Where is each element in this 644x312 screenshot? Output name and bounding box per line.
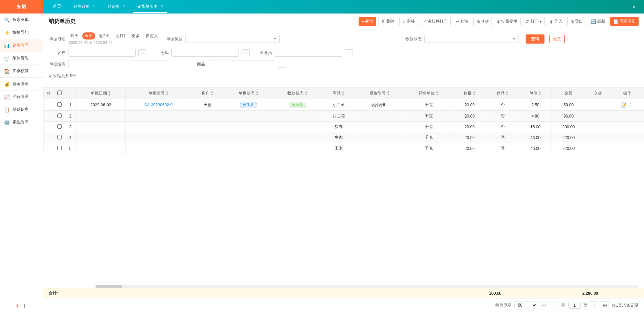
warehouse-input[interactable] (171, 49, 239, 57)
export-button[interactable]: ◎ 导出 (567, 17, 586, 26)
doc-no-link[interactable]: SA-20230602-0 (144, 103, 173, 107)
docno-input[interactable] (68, 60, 169, 68)
per-page-select[interactable]: 50 100 200 (514, 302, 537, 309)
sidebar-item-operation-mgmt[interactable]: 📈 经营管理 (0, 90, 43, 103)
sidebar-item-basic-info[interactable]: 📋 基础信息 (0, 103, 43, 116)
date-pill-today[interactable]: 今天 (82, 32, 95, 40)
window-close-btn[interactable]: ✕ (629, 4, 639, 9)
export-icon: ◎ (570, 19, 574, 24)
doc-status-col-header[interactable]: 单据状态 ▲▼ (224, 87, 273, 99)
review-print-button[interactable]: ✓ 审核并打印 (420, 17, 451, 26)
last-page-btn[interactable]: ⏭ (601, 301, 609, 309)
date-pill-custom[interactable]: 自定义 (143, 32, 160, 40)
scrollbar-thumb[interactable] (95, 285, 122, 288)
sidebar-item-finance-mgmt[interactable]: 💰 资金管理 (0, 78, 43, 90)
abandon-icon: ↩ (456, 19, 459, 24)
row-checkbox[interactable] (57, 135, 62, 139)
first-page-btn[interactable]: ⏮ (540, 301, 548, 309)
goods-ellipsis[interactable]: ... (278, 61, 286, 68)
goods-input[interactable] (208, 60, 275, 68)
more-icon[interactable]: ⋮ (628, 102, 633, 108)
salesperson-field: 业务员 ... (255, 49, 353, 57)
add-button[interactable]: + 新增 (359, 17, 376, 26)
sidebar-collapse-icon[interactable]: ⏸ (23, 303, 28, 309)
customer-input[interactable] (68, 49, 136, 57)
checkbox-cell[interactable] (54, 111, 65, 122)
gift-col-header[interactable]: 赠品 ▲▼ (486, 87, 519, 99)
row-checkbox[interactable] (57, 102, 62, 107)
sidebar-item-system-mgmt[interactable]: ⚙️ 系统管理 (0, 116, 43, 129)
docno-label: 单据编号 (49, 61, 65, 67)
pay-status-select[interactable] (424, 35, 519, 43)
salesperson-ellipsis[interactable]: ... (345, 49, 353, 56)
settings-button[interactable]: 设置 (549, 35, 565, 43)
tab-sales-history[interactable]: 销货单历史 × (133, 1, 167, 13)
unit-col-header[interactable]: 销售单位 ▲▼ (404, 87, 453, 99)
checkbox-cell[interactable] (54, 132, 65, 143)
tab-home[interactable]: 首页 (49, 1, 65, 13)
table-body: 1 2023-06-02 SA-20230602-0 王总 已生效 已收款 小白… (44, 99, 644, 154)
collapse-button[interactable]: ∧ 收起更多条件 (49, 72, 639, 80)
goods-col-header[interactable]: 商品 ▲▼ (322, 87, 355, 99)
goods-cell: 小白菜 (322, 99, 355, 111)
import-button[interactable]: ◎ 导入 (547, 17, 565, 26)
page-number-input[interactable]: 1 (568, 302, 581, 309)
checkbox-cell[interactable] (54, 99, 65, 111)
sidebar-item-search-menu[interactable]: 🔍 搜索菜单 (0, 14, 43, 26)
pay-status-col-header[interactable]: 收款状态 ▲▼ (273, 87, 322, 99)
gear-col-header[interactable]: ⚙ (44, 87, 54, 99)
batch-change-button[interactable]: ◎ 批量变更 (494, 17, 521, 26)
doc-type-select[interactable] (185, 35, 280, 43)
refresh-button[interactable]: 🔄 刷新 (588, 17, 608, 26)
tab-sales-goods[interactable]: 销货单 × (104, 1, 130, 13)
select-all-checkbox[interactable] (57, 90, 62, 95)
review-button[interactable]: ✓ 审核 (399, 17, 418, 26)
sidebar-expand-icon[interactable]: ☀ (15, 303, 20, 309)
delete-button[interactable]: 🗑 删除 (378, 17, 397, 26)
tab-sales-order[interactable]: 销售订单 × (69, 1, 100, 13)
print-button[interactable]: 🖨 打印 ▾ (523, 17, 545, 26)
goods-cell: 西兰花 (322, 111, 355, 122)
salesperson-input[interactable] (275, 49, 342, 57)
warehouse-ellipsis[interactable]: ... (242, 49, 250, 56)
show-detail-button[interactable]: 📄 显示明细 (610, 17, 639, 26)
qty-col-header[interactable]: 数量 ▲▼ (453, 87, 486, 99)
tab-sales-history-close[interactable]: × (161, 4, 163, 9)
doc-status-cell (224, 111, 273, 122)
tab-sales-goods-close[interactable]: × (123, 4, 125, 9)
sidebar-item-purchase-mgmt[interactable]: 🛒 采购管理 (0, 52, 43, 65)
checkbox-col-header[interactable] (54, 87, 65, 99)
date-pill-1month[interactable]: 近1月 (113, 32, 128, 40)
spec-col-header[interactable]: 规格型号 ▲▼ (355, 87, 404, 99)
checkbox-cell[interactable] (54, 122, 65, 132)
customer-ellipsis[interactable]: ... (138, 49, 146, 56)
sidebar-item-sales-mgmt[interactable]: 📊 销售管理 (0, 39, 43, 52)
customer-label: 客户 (49, 50, 65, 56)
customer-col-header[interactable]: 客户 ▲▼ (191, 87, 224, 99)
sidebar-item-quick-nav[interactable]: ⚡ 快捷导航 (0, 26, 43, 39)
sidebar-item-label: 基础信息 (12, 107, 29, 112)
prev-page-btn[interactable]: ‹ (551, 301, 559, 309)
doc-type-field: 单据类型 (166, 35, 399, 43)
doc-no-col-header[interactable]: 单据编号 ▲▼ (126, 87, 191, 99)
doc-date-col-header[interactable]: 单据日期 ▲▼ (76, 87, 126, 99)
date-pill-more[interactable]: 更多 (129, 32, 142, 40)
row-checkbox[interactable] (57, 113, 62, 118)
money-icon: 💰 (4, 81, 10, 87)
unit-price-col-header[interactable]: 单价 ▲▼ (519, 87, 552, 99)
row-checkbox[interactable] (57, 146, 62, 150)
transaction-cell (585, 132, 610, 143)
collect-button[interactable]: ◎ 收款 (473, 17, 492, 26)
date-pill-yesterday[interactable]: 昨天 (68, 32, 81, 40)
next-page-btn[interactable]: › (590, 301, 598, 309)
sidebar-item-inventory-calc[interactable]: 🏠 库存核算 (0, 65, 43, 78)
tab-sales-order-close[interactable]: × (93, 4, 95, 9)
horizontal-scrollbar[interactable] (95, 285, 639, 288)
abandon-button[interactable]: ↩ 弃审 (453, 17, 471, 26)
edit-icon[interactable]: 📝 (621, 102, 626, 108)
query-button[interactable]: 查询 (526, 34, 544, 44)
date-pill-7days[interactable]: 近7天 (96, 32, 112, 40)
checkbox-cell[interactable] (54, 143, 65, 154)
transaction-cell (585, 143, 610, 154)
row-checkbox[interactable] (57, 124, 62, 129)
